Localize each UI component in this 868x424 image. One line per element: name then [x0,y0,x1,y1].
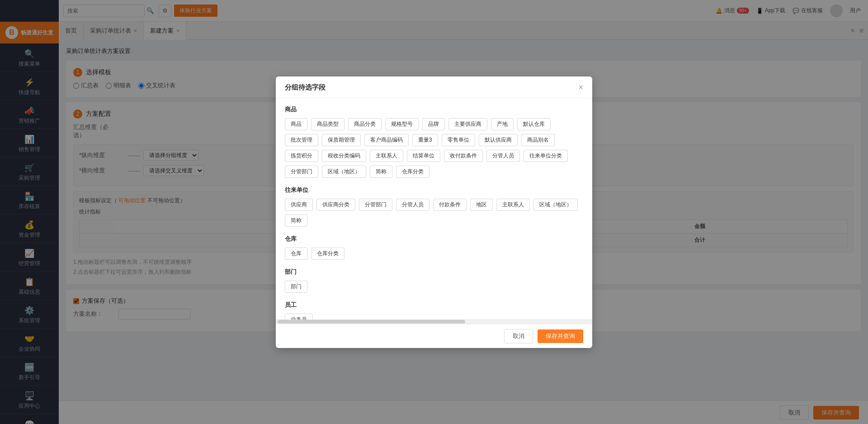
tag-contact-1[interactable]: 供应商分类 [316,199,355,211]
tag-goods-13[interactable]: 默认供应商 [479,134,518,146]
tag-goods-17[interactable]: 主联系人 [370,150,403,162]
modal-save-button[interactable]: 保存并查询 [538,329,583,343]
section-contacts: 往来单位 供应商 供应商分类 分管部门 分管人员 付款条件 地区 主联系人 区域… [285,186,583,227]
modal: 分组待选字段 × 商品 商品 商品类型 商品分类 规格型号 品牌 主要供应商 产… [276,76,592,348]
tag-goods-7[interactable]: 默认仓库 [517,118,551,130]
tag-contact-6[interactable]: 主联系人 [496,199,530,211]
section-dept-title: 部门 [285,268,583,276]
tag-warehouse-0[interactable]: 仓库 [285,248,307,260]
tag-goods-19[interactable]: 收付款条件 [444,150,483,162]
section-employee: 员工 业务员 [285,301,583,320]
tag-goods-16[interactable]: 税收分类编码 [322,150,366,162]
modal-body[interactable]: 商品 商品 商品类型 商品分类 规格型号 品牌 主要供应商 产地 默认仓库 批次… [276,98,592,320]
tag-contact-4[interactable]: 付款条件 [433,199,467,211]
tag-dept-0[interactable]: 部门 [285,281,307,293]
tag-goods-6[interactable]: 产地 [491,118,514,130]
tag-warehouse-1[interactable]: 仓库分类 [311,248,344,260]
section-goods: 商品 商品 商品类型 商品分类 规格型号 品牌 主要供应商 产地 默认仓库 批次… [285,105,583,178]
tag-contact-3[interactable]: 分管人员 [396,199,429,211]
modal-title: 分组待选字段 [285,83,326,92]
tag-goods-14[interactable]: 商品别名 [521,134,555,146]
section-goods-title: 商品 [285,105,583,114]
tag-goods-8[interactable]: 批次管理 [285,134,318,146]
tag-goods-1[interactable]: 商品类型 [311,118,344,130]
section-dept: 部门 部门 [285,268,583,293]
section-employee-title: 员工 [285,301,583,309]
modal-footer: 取消 保存并查询 [276,324,592,348]
tag-goods-21[interactable]: 往来单位分类 [524,150,568,162]
tag-contact-8[interactable]: 简称 [285,214,307,227]
modal-close-button[interactable]: × [578,83,583,92]
tag-goods-20[interactable]: 分管人员 [486,150,520,162]
section-warehouse: 仓库 仓库 仓库分类 [285,235,583,260]
tag-goods-0[interactable]: 商品 [285,118,307,130]
tag-employee-0[interactable]: 业务员 [285,314,313,320]
tag-contact-7[interactable]: 区域（地区） [533,199,578,211]
modal-hscroll[interactable] [276,319,592,324]
tag-goods-22[interactable]: 分管部门 [285,166,318,178]
tag-goods-3[interactable]: 规格型号 [385,118,419,130]
section-employee-tags: 业务员 [285,314,583,320]
section-contacts-tags: 供应商 供应商分类 分管部门 分管人员 付款条件 地区 主联系人 区域（地区） … [285,199,583,227]
modal-cancel-button[interactable]: 取消 [504,329,533,343]
modal-hscroll-thumb [278,320,465,324]
tag-goods-24[interactable]: 简称 [370,166,392,178]
tag-goods-2[interactable]: 商品分类 [348,118,382,130]
section-warehouse-title: 仓库 [285,235,583,243]
section-contacts-title: 往来单位 [285,186,583,194]
modal-overlay: 分组待选字段 × 商品 商品 商品类型 商品分类 规格型号 品牌 主要供应商 产… [0,0,868,424]
tag-goods-9[interactable]: 保质期管理 [322,134,361,146]
modal-header: 分组待选字段 × [276,76,592,98]
tag-goods-12[interactable]: 零售单位 [442,134,475,146]
tag-goods-4[interactable]: 品牌 [422,118,445,130]
tag-contact-0[interactable]: 供应商 [285,199,313,211]
tag-goods-25[interactable]: 仓库分类 [396,166,429,178]
section-goods-tags: 商品 商品类型 商品分类 规格型号 品牌 主要供应商 产地 默认仓库 批次管理 … [285,118,583,178]
section-dept-tags: 部门 [285,281,583,293]
tag-goods-23[interactable]: 区域（地区） [322,166,366,178]
tag-contact-5[interactable]: 地区 [470,199,493,211]
tag-goods-10[interactable]: 客户商品编码 [364,134,409,146]
section-warehouse-tags: 仓库 仓库分类 [285,248,583,260]
tag-contact-2[interactable]: 分管部门 [359,199,392,211]
tag-goods-15[interactable]: 拣货积分 [285,150,318,162]
tag-goods-11[interactable]: 重量3 [412,134,438,146]
tag-goods-18[interactable]: 结算单位 [407,150,440,162]
tag-goods-5[interactable]: 主要供应商 [448,118,487,130]
